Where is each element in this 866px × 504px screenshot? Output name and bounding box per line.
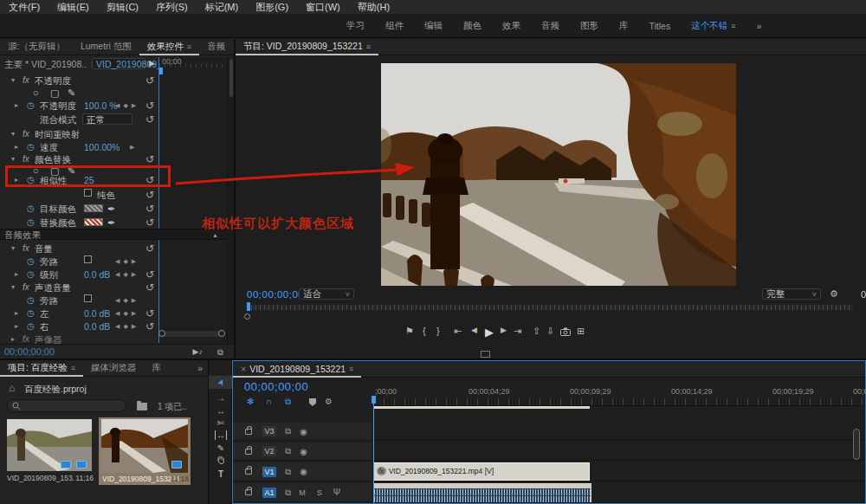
timeline-vertical-scrollbar[interactable]: [853, 429, 860, 460]
ripple-edit-tool[interactable]: ↔: [209, 404, 233, 417]
tab-media-browser[interactable]: 媒体浏览器: [83, 360, 145, 377]
stopwatch-icon[interactable]: ◷: [27, 268, 35, 281]
source-patch-icon[interactable]: ⧉: [285, 426, 291, 436]
blend-mode-select[interactable]: 正常˅: [82, 113, 132, 125]
param-level[interactable]: ▸ ◷ 级别 0.0 dB ◀◆▶ ↺: [0, 268, 158, 281]
workspace-tab-libraries[interactable]: 库: [619, 20, 629, 32]
monitor-zoom-handle[interactable]: [244, 313, 250, 320]
timeline-timecode[interactable]: 00;00;00;00: [244, 380, 308, 393]
workspace-tab-titles[interactable]: Titles: [650, 21, 671, 31]
workspace-tab-color[interactable]: 颜色: [463, 20, 481, 32]
add-marker-icon[interactable]: ⚑: [405, 326, 414, 337]
track-a1-lane[interactable]: [372, 483, 865, 503]
workspace-tab-graphics[interactable]: 图形: [580, 20, 598, 32]
add-marker-icon[interactable]: [309, 398, 316, 406]
reset-icon[interactable]: ↺: [145, 100, 154, 112]
tab-audio-mixer[interactable]: 音频: [199, 39, 233, 55]
go-to-in-icon[interactable]: ⇤: [454, 326, 462, 337]
twirl-icon[interactable]: ▸: [15, 268, 18, 281]
menu-file[interactable]: 文件(F): [9, 1, 40, 14]
workspace-tab-editing[interactable]: 编辑: [424, 20, 443, 32]
ec-zoom-handle-right[interactable]: [218, 330, 225, 337]
fx-badge-icon[interactable]: fx: [23, 74, 29, 87]
keyframe-playhead[interactable]: [159, 68, 163, 74]
param-right[interactable]: ▸ ◷ 右 0.0 dB ◀◆▶ ↺: [0, 320, 158, 333]
track-select-forward-tool[interactable]: →: [209, 391, 233, 404]
slip-tool[interactable]: ↔: [209, 429, 233, 442]
monitor-settings-wrench-icon[interactable]: ⚙: [830, 288, 838, 300]
nest-toggle-icon[interactable]: ✻: [247, 397, 254, 406]
workspace-tab-custom-active[interactable]: 这个不错≡: [691, 20, 735, 32]
param-replace-color[interactable]: ◷ 替换颜色 ✒ ↺: [0, 216, 158, 229]
go-to-out-icon[interactable]: ⇥: [514, 326, 521, 337]
type-tool[interactable]: T: [209, 468, 233, 481]
reset-icon[interactable]: ↺: [145, 268, 154, 281]
stopwatch-icon[interactable]: ◷: [27, 294, 35, 307]
effect-group-time-remap[interactable]: ▾ fx 时间重映射: [0, 128, 158, 140]
twirl-icon[interactable]: ▸: [15, 141, 18, 153]
playback-resolution-select[interactable]: 完整 ˅: [762, 288, 821, 300]
audio-clip[interactable]: [373, 483, 591, 502]
zoom-level-select[interactable]: 适合 ˅: [299, 288, 354, 300]
track-target-v1[interactable]: V1: [262, 467, 276, 477]
param-volume-bypass[interactable]: ◷ 旁路 ◀◆▶: [0, 255, 158, 268]
speed-value[interactable]: 100.00%: [84, 141, 120, 153]
clip-name[interactable]: VID_20190809_153..: [7, 474, 74, 482]
twirl-icon[interactable]: ▾: [11, 281, 15, 294]
solo-button[interactable]: S: [317, 488, 322, 497]
track-output-eye-icon[interactable]: ◉: [300, 427, 307, 436]
stopwatch-icon[interactable]: ◷: [27, 141, 35, 153]
stopwatch-icon[interactable]: ◷: [27, 307, 35, 320]
reset-icon[interactable]: ↺: [145, 281, 154, 294]
pen-mask-icon[interactable]: ✎: [68, 87, 75, 99]
effect-group-volume[interactable]: ▾ fx 音量 ↺: [0, 242, 158, 255]
mark-in-icon[interactable]: {: [423, 326, 426, 336]
twirl-icon[interactable]: ▾: [11, 153, 15, 165]
param-speed[interactable]: ▸ ◷ 速度 100.00% ▶: [0, 141, 158, 153]
lock-icon[interactable]: [245, 449, 252, 455]
linked-selection-icon[interactable]: ⧉: [285, 397, 291, 407]
reset-icon[interactable]: ↺: [145, 216, 154, 229]
menu-graphics[interactable]: 图形(G): [255, 1, 288, 14]
reset-icon[interactable]: ↺: [145, 189, 154, 201]
twirl-icon[interactable]: ▾: [11, 128, 15, 140]
track-target-a1[interactable]: A1: [262, 488, 276, 498]
track-output-eye-icon[interactable]: ◉: [300, 467, 307, 476]
project-clip-card[interactable]: VID_20190809_153.. 11;16: [7, 419, 94, 483]
solid-colors-checkbox[interactable]: [84, 189, 92, 197]
panel-menu-icon[interactable]: ≡: [349, 365, 353, 373]
project-file-name[interactable]: 百度经验.prproj: [24, 384, 87, 396]
new-bin-icon[interactable]: [137, 403, 147, 410]
ellipse-mask-icon[interactable]: ○: [33, 87, 39, 99]
panel-menu-icon[interactable]: ≡: [187, 42, 191, 51]
pen-tool[interactable]: ✎: [209, 442, 233, 455]
tab-sequence[interactable]: × VID_20190809_153221 ≡: [233, 361, 361, 378]
reset-icon[interactable]: ↺: [145, 307, 154, 320]
reset-icon[interactable]: ↺: [145, 74, 154, 87]
tab-libraries[interactable]: 库: [145, 360, 170, 377]
replace-color-swatch[interactable]: [84, 218, 103, 226]
keyframe-nav-icons[interactable]: ◀◆▶: [115, 320, 139, 333]
param-solid-colors[interactable]: 纯色 ↺: [0, 189, 158, 201]
extract-icon[interactable]: ⇩: [546, 326, 554, 337]
keyframe-nav-icons[interactable]: ◀◆▶: [115, 100, 139, 112]
stopwatch-icon[interactable]: ◷: [27, 216, 35, 229]
clip-name[interactable]: VID_20190809_153221: [102, 475, 180, 483]
workspace-overflow-icon[interactable]: »: [756, 21, 761, 31]
left-value[interactable]: 0.0 dB: [84, 307, 110, 320]
track-header-v1[interactable]: V1 ⧉ ◉: [233, 462, 372, 481]
keyframe-nav-icons[interactable]: ◀◆▶: [115, 268, 139, 281]
track-output-eye-icon[interactable]: ◉: [300, 447, 307, 456]
mark-out-icon[interactable]: }: [436, 326, 440, 336]
tab-lumetri-scopes[interactable]: Lumetri 范围: [73, 39, 139, 55]
twirl-icon[interactable]: ▾: [11, 74, 15, 87]
step-back-icon[interactable]: ◀: [471, 326, 477, 334]
menu-clip[interactable]: 剪辑(C): [107, 1, 139, 14]
track-v2-lane[interactable]: [372, 443, 865, 461]
reset-icon[interactable]: ↺: [145, 113, 154, 126]
stopwatch-icon[interactable]: ◷: [27, 100, 35, 112]
voiceover-mic-icon[interactable]: Ψ: [333, 488, 340, 497]
reset-icon[interactable]: ↺: [145, 320, 154, 333]
twirl-icon[interactable]: ▸: [15, 307, 18, 320]
right-value[interactable]: 0.0 dB: [84, 320, 110, 333]
